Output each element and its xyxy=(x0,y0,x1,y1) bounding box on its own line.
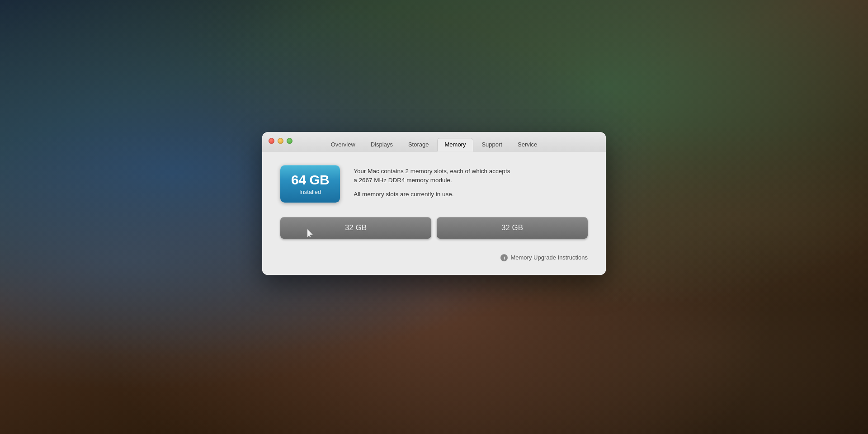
memory-badge: 64 GB Installed xyxy=(280,165,340,203)
tab-overview[interactable]: Overview xyxy=(324,138,363,151)
footer: i Memory Upgrade Instructions xyxy=(280,252,588,261)
memory-slot-2: 32 GB xyxy=(437,217,588,239)
memory-slots: 32 GB 32 GB xyxy=(280,217,588,239)
upgrade-link-label: Memory Upgrade Instructions xyxy=(510,254,588,261)
tab-displays[interactable]: Displays xyxy=(363,138,400,151)
tab-memory[interactable]: Memory xyxy=(437,138,474,151)
info-icon: i xyxy=(500,254,508,261)
memory-slots-status: All memory slots are currently in use. xyxy=(354,190,510,199)
tab-storage[interactable]: Storage xyxy=(401,138,436,151)
slot-2-label: 32 GB xyxy=(501,223,523,232)
close-button[interactable] xyxy=(269,138,274,144)
title-bar: Overview Displays Storage Memory Support… xyxy=(262,132,606,151)
tab-support[interactable]: Support xyxy=(474,138,509,151)
memory-upgrade-link[interactable]: i Memory Upgrade Instructions xyxy=(500,254,588,261)
system-information-window: Overview Displays Storage Memory Support… xyxy=(262,132,606,275)
memory-info: Your Mac contains 2 memory slots, each o… xyxy=(354,165,510,203)
minimize-button[interactable] xyxy=(278,138,283,144)
memory-header: 64 GB Installed Your Mac contains 2 memo… xyxy=(280,165,588,203)
tab-service[interactable]: Service xyxy=(510,138,544,151)
fullscreen-button[interactable] xyxy=(287,138,292,144)
traffic-lights xyxy=(269,138,292,144)
slot-1-label: 32 GB xyxy=(345,223,367,232)
memory-slot-1: 32 GB xyxy=(280,217,431,239)
memory-description-1: Your Mac contains 2 memory slots, each o… xyxy=(354,167,510,185)
memory-amount: 64 GB xyxy=(291,172,329,187)
memory-installed-label: Installed xyxy=(291,189,329,195)
main-content: 64 GB Installed Your Mac contains 2 memo… xyxy=(262,151,606,275)
tab-bar: Overview Displays Storage Memory Support… xyxy=(324,137,545,151)
